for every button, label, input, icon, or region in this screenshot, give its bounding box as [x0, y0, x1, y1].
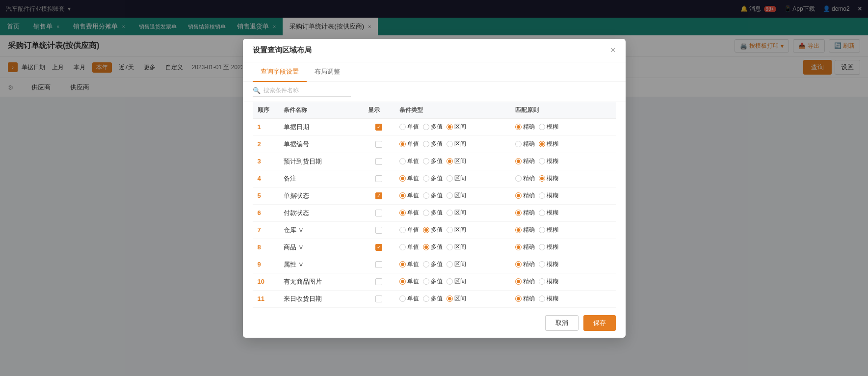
radio-match-精确[interactable]: 精确: [515, 191, 535, 200]
radio-type-多值[interactable]: 多值: [423, 157, 443, 165]
table-row: 2单据编号单值多值区间精确模糊: [253, 135, 616, 153]
radio-type-区间[interactable]: 区间: [447, 157, 466, 165]
cell-type: 单值多值区间: [395, 273, 510, 290]
show-checkbox[interactable]: [375, 210, 382, 216]
radio-match-模糊[interactable]: 模糊: [539, 140, 558, 148]
show-checkbox[interactable]: [375, 261, 382, 268]
modal-tab-query-fields[interactable]: 查询字段设置: [253, 62, 307, 82]
radio-type-多值[interactable]: 多值: [423, 260, 443, 269]
cell-name: 备注: [279, 170, 363, 187]
radio-match-模糊[interactable]: 模糊: [539, 243, 558, 251]
th-order: 顺序: [253, 102, 279, 119]
radio-match-模糊[interactable]: 模糊: [539, 174, 558, 183]
modal-tab-layout[interactable]: 布局调整: [307, 62, 348, 82]
radio-type-多值[interactable]: 多值: [423, 123, 443, 131]
cell-type: 单值多值区间: [395, 135, 510, 153]
radio-type-单值[interactable]: 单值: [399, 209, 419, 217]
cell-show: [363, 221, 395, 239]
modal-header: 设置查询区域布局 ×: [243, 39, 626, 62]
radio-type-区间[interactable]: 区间: [447, 123, 466, 131]
radio-type-区间[interactable]: 区间: [447, 260, 466, 269]
radio-match-模糊[interactable]: 模糊: [539, 123, 558, 131]
cell-name: 有无商品图片: [279, 273, 363, 290]
search-input[interactable]: [263, 87, 351, 94]
search-icon: 🔍: [253, 87, 261, 94]
radio-match-精确[interactable]: 精确: [515, 260, 535, 269]
show-checkbox[interactable]: [375, 175, 382, 182]
radio-match-精确[interactable]: 精确: [515, 157, 535, 165]
cell-name: 商品 ∨: [279, 239, 363, 256]
radio-type-单值[interactable]: 单值: [399, 277, 419, 286]
show-checkbox[interactable]: [375, 158, 382, 165]
radio-type-区间[interactable]: 区间: [447, 243, 466, 251]
radio-type-单值[interactable]: 单值: [399, 174, 419, 183]
radio-type-多值[interactable]: 多值: [423, 209, 443, 217]
cell-match: 精确模糊: [510, 290, 616, 294]
radio-type-区间[interactable]: 区间: [447, 209, 466, 217]
radio-type-多值[interactable]: 多值: [423, 243, 443, 251]
radio-type-区间[interactable]: 区间: [447, 226, 466, 234]
radio-type-区间[interactable]: 区间: [447, 277, 466, 286]
radio-match-模糊[interactable]: 模糊: [539, 226, 558, 234]
cell-match: 精确模糊: [510, 187, 616, 204]
table-row: 8商品 ∨单值多值区间精确模糊: [253, 239, 616, 256]
table-row: 6付款状态单值多值区间精确模糊: [253, 204, 616, 221]
cell-type: 单值多值区间: [395, 153, 510, 170]
modal-search-area: 🔍: [243, 82, 626, 102]
radio-type-单值[interactable]: 单值: [399, 243, 419, 251]
cell-match: 精确模糊: [510, 170, 616, 187]
radio-match-精确[interactable]: 精确: [515, 277, 535, 286]
cell-match: 精确模糊: [510, 118, 616, 135]
cell-order: 9: [253, 256, 279, 273]
radio-type-单值[interactable]: 单值: [399, 157, 419, 165]
th-name: 条件名称: [279, 102, 363, 119]
show-checkbox[interactable]: [375, 192, 382, 199]
radio-match-精确[interactable]: 精确: [515, 140, 535, 148]
radio-type-多值[interactable]: 多值: [423, 277, 443, 286]
show-checkbox[interactable]: [375, 244, 382, 251]
radio-match-模糊[interactable]: 模糊: [539, 209, 558, 217]
cell-name: 预计到货日期: [279, 153, 363, 170]
radio-type-区间[interactable]: 区间: [447, 191, 466, 200]
cell-name: 来日收货日期: [279, 290, 363, 294]
cell-name: 单据日期: [279, 118, 363, 135]
radio-match-精确[interactable]: 精确: [515, 226, 535, 234]
table-body: 1单据日期单值多值区间精确模糊2单据编号单值多值区间精确模糊3预计到货日期单值多…: [253, 118, 616, 294]
show-checkbox[interactable]: [375, 227, 382, 234]
radio-type-多值[interactable]: 多值: [423, 191, 443, 200]
radio-match-精确[interactable]: 精确: [515, 123, 535, 131]
cell-order: 6: [253, 204, 279, 221]
radio-match-精确[interactable]: 精确: [515, 174, 535, 183]
radio-match-模糊[interactable]: 模糊: [539, 191, 558, 200]
cell-name: 单据状态: [279, 187, 363, 204]
cell-show: [363, 239, 395, 256]
modal-close-button[interactable]: ×: [610, 46, 616, 54]
th-type: 条件类型: [395, 102, 510, 119]
radio-type-单值[interactable]: 单值: [399, 226, 419, 234]
radio-type-单值[interactable]: 单值: [399, 191, 419, 200]
cell-show: [363, 153, 395, 170]
radio-type-多值[interactable]: 多值: [423, 174, 443, 183]
radio-type-单值[interactable]: 单值: [399, 123, 419, 131]
show-checkbox[interactable]: [375, 278, 382, 285]
cell-show: [363, 118, 395, 135]
show-checkbox[interactable]: [375, 124, 382, 131]
radio-match-精确[interactable]: 精确: [515, 209, 535, 217]
radio-match-精确[interactable]: 精确: [515, 243, 535, 251]
radio-match-模糊[interactable]: 模糊: [539, 260, 558, 269]
cell-show: [363, 135, 395, 153]
radio-type-多值[interactable]: 多值: [423, 140, 443, 148]
radio-type-单值[interactable]: 单值: [399, 260, 419, 269]
radio-type-区间[interactable]: 区间: [447, 140, 466, 148]
radio-type-区间[interactable]: 区间: [447, 174, 466, 183]
cell-type: 单值多值区间: [395, 290, 510, 294]
table-row: 10有无商品图片单值多值区间精确模糊: [253, 273, 616, 290]
conditions-table: 顺序 条件名称 显示 条件类型 匹配原则 1单据日期单值多值区间精确模糊2单据编…: [253, 102, 616, 294]
show-checkbox[interactable]: [375, 141, 382, 148]
settings-modal: 设置查询区域布局 × 查询字段设置 布局调整 🔍 顺序: [243, 39, 626, 294]
table-head: 顺序 条件名称 显示 条件类型 匹配原则: [253, 102, 616, 119]
radio-type-单值[interactable]: 单值: [399, 140, 419, 148]
radio-match-模糊[interactable]: 模糊: [539, 157, 558, 165]
radio-match-模糊[interactable]: 模糊: [539, 277, 558, 286]
radio-type-多值[interactable]: 多值: [423, 226, 443, 234]
